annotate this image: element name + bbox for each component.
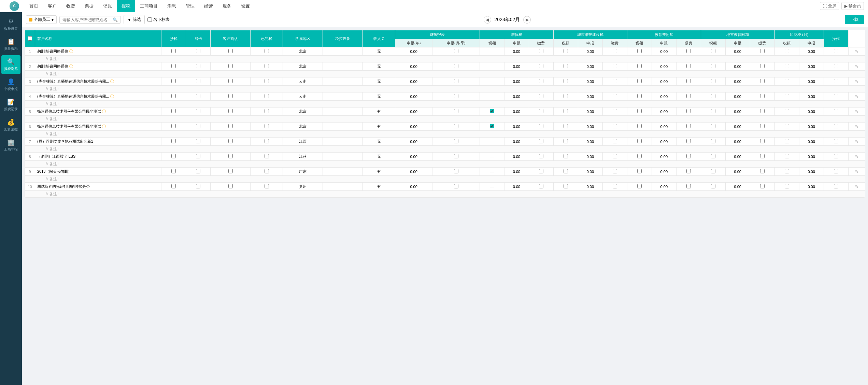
sidebar-item-tax-settings[interactable]: ⚙ 报税设置 — [1, 15, 20, 34]
prev-month-button[interactable]: ◀ — [484, 16, 491, 24]
name-list-checkbox[interactable] — [147, 17, 152, 22]
vat-pay-checkbox[interactable] — [564, 184, 568, 188]
fr-annual-checkbox[interactable] — [454, 154, 458, 158]
local-declare-checkbox[interactable] — [760, 154, 765, 158]
edu-declare-checkbox[interactable] — [686, 79, 691, 83]
stamp-declare-checkbox[interactable] — [834, 64, 838, 68]
urban-declare-checkbox[interactable] — [613, 139, 617, 143]
local-declare-checkbox[interactable] — [760, 169, 765, 173]
search-input[interactable] — [62, 17, 113, 22]
vat-pay-checkbox[interactable] — [564, 154, 568, 158]
urban-declare-checkbox[interactable] — [613, 184, 617, 188]
fr-monthly-checkbox[interactable] — [490, 124, 494, 128]
cb-tax-copy-checkbox[interactable] — [171, 79, 176, 83]
edu-pay-checkbox[interactable] — [711, 109, 715, 113]
vat-pay-checkbox[interactable] — [564, 49, 568, 53]
local-declare-checkbox[interactable] — [760, 109, 765, 113]
urban-pay-checkbox[interactable] — [637, 154, 642, 158]
edu-declare-checkbox[interactable] — [686, 154, 691, 158]
cb-tax-copy-checkbox[interactable] — [171, 184, 176, 188]
urban-declare-checkbox[interactable] — [613, 169, 617, 173]
cb-slide-checkbox[interactable] — [196, 49, 200, 53]
cb-confirm-checkbox[interactable] — [228, 139, 233, 143]
urban-pay-checkbox[interactable] — [637, 139, 642, 143]
cb-confirm-checkbox[interactable] — [228, 109, 233, 113]
local-pay-checkbox[interactable] — [785, 64, 789, 68]
fullscreen-button[interactable]: ⛶ 全屏 — [820, 2, 839, 10]
vat-declare-checkbox[interactable] — [539, 124, 543, 128]
edu-pay-checkbox[interactable] — [711, 139, 715, 143]
note-edit-icon[interactable]: ✎ — [45, 177, 48, 181]
edu-declare-checkbox[interactable] — [686, 124, 691, 128]
cb-paid-checkbox[interactable] — [265, 154, 269, 158]
cb-slide-checkbox[interactable] — [196, 109, 200, 113]
nav-message[interactable]: 消息 — [162, 0, 181, 12]
urban-pay-checkbox[interactable] — [637, 169, 642, 173]
nav-settings[interactable]: 设置 — [236, 0, 255, 12]
fr-annual-checkbox[interactable] — [454, 139, 458, 143]
local-pay-checkbox[interactable] — [785, 49, 789, 53]
edu-declare-checkbox[interactable] — [686, 184, 691, 188]
nav-customer[interactable]: 客户 — [43, 0, 61, 12]
note-edit-icon[interactable]: ✎ — [45, 87, 48, 91]
note-edit-icon[interactable]: ✎ — [45, 72, 48, 76]
edu-pay-checkbox[interactable] — [711, 49, 715, 53]
local-pay-checkbox[interactable] — [785, 124, 789, 128]
stamp-declare-checkbox[interactable] — [834, 154, 838, 158]
stamp-declare-checkbox[interactable] — [834, 124, 838, 128]
urban-pay-checkbox[interactable] — [637, 109, 642, 113]
cb-slide-checkbox[interactable] — [196, 184, 200, 188]
vat-declare-checkbox[interactable] — [539, 94, 543, 98]
vat-declare-checkbox[interactable] — [539, 64, 543, 68]
edu-declare-checkbox[interactable] — [686, 94, 691, 98]
vat-pay-checkbox[interactable] — [564, 139, 568, 143]
edu-pay-checkbox[interactable] — [711, 169, 715, 173]
nav-service[interactable]: 服务 — [218, 0, 236, 12]
edit-icon[interactable]: ✎ — [855, 124, 858, 129]
local-pay-checkbox[interactable] — [785, 154, 789, 158]
vat-declare-checkbox[interactable] — [539, 184, 543, 188]
edit-icon[interactable]: ✎ — [855, 49, 858, 54]
edu-pay-checkbox[interactable] — [711, 154, 715, 158]
sidebar-item-tax-browse[interactable]: 🔍 报税浏览 — [1, 55, 20, 74]
local-pay-checkbox[interactable] — [785, 94, 789, 98]
note-edit-icon[interactable]: ✎ — [45, 132, 48, 136]
sidebar-item-personal-tax[interactable]: 👤 个税申报 — [1, 75, 20, 94]
stamp-declare-checkbox[interactable] — [834, 94, 838, 98]
cb-confirm-checkbox[interactable] — [228, 169, 233, 173]
note-edit-icon[interactable]: ✎ — [45, 57, 48, 61]
local-pay-checkbox[interactable] — [785, 139, 789, 143]
edit-icon[interactable]: ✎ — [855, 64, 858, 69]
vat-declare-checkbox[interactable] — [539, 79, 543, 83]
fr-annual-checkbox[interactable] — [454, 94, 458, 98]
member-button[interactable]: ▶ 畅会员 — [841, 2, 864, 10]
name-list-checkbox-group[interactable]: 名下标表 — [147, 17, 170, 23]
edit-icon[interactable]: ✎ — [855, 94, 858, 99]
local-declare-checkbox[interactable] — [760, 184, 765, 188]
fr-annual-checkbox[interactable] — [454, 109, 458, 113]
cb-slide-checkbox[interactable] — [196, 169, 200, 173]
urban-pay-checkbox[interactable] — [637, 49, 642, 53]
nav-management[interactable]: 管理 — [181, 0, 199, 12]
stamp-declare-checkbox[interactable] — [834, 139, 838, 143]
edit-icon[interactable]: ✎ — [855, 139, 858, 144]
cb-paid-checkbox[interactable] — [265, 94, 269, 98]
local-pay-checkbox[interactable] — [785, 79, 789, 83]
urban-declare-checkbox[interactable] — [613, 154, 617, 158]
urban-declare-checkbox[interactable] — [613, 49, 617, 53]
cb-tax-copy-checkbox[interactable] — [171, 94, 176, 98]
urban-declare-checkbox[interactable] — [613, 79, 617, 83]
nav-home[interactable]: 首页 — [25, 0, 43, 12]
fr-monthly-checkbox[interactable] — [490, 109, 494, 113]
local-pay-checkbox[interactable] — [785, 169, 789, 173]
cb-paid-checkbox[interactable] — [265, 64, 269, 68]
note-edit-icon[interactable]: ✎ — [45, 147, 48, 151]
vat-declare-checkbox[interactable] — [539, 139, 543, 143]
edu-declare-checkbox[interactable] — [686, 64, 691, 68]
vat-pay-checkbox[interactable] — [564, 109, 568, 113]
cb-slide-checkbox[interactable] — [196, 79, 200, 83]
local-declare-checkbox[interactable] — [760, 139, 765, 143]
cb-tax-copy-checkbox[interactable] — [171, 139, 176, 143]
fr-annual-checkbox[interactable] — [454, 184, 458, 188]
filter-button[interactable]: ▼ 筛选 — [124, 15, 145, 24]
